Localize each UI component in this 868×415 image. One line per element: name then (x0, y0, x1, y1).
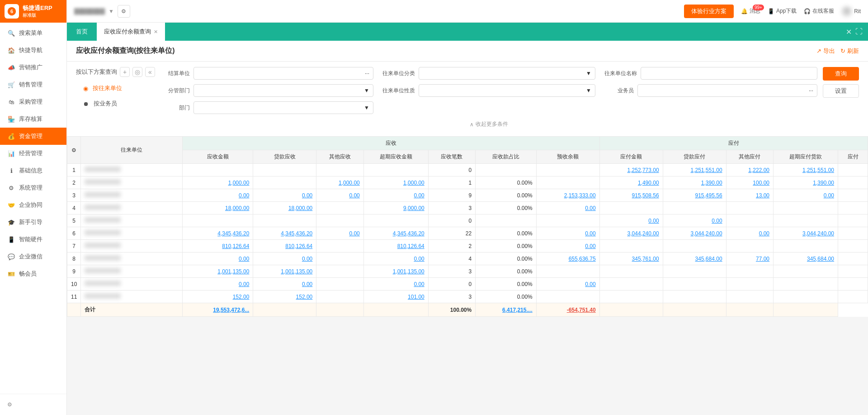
tab-home[interactable]: 首页 (67, 23, 97, 41)
summary-advance[interactable]: 6,417,215.... (476, 303, 537, 317)
salesperson-input[interactable]: ··· (637, 84, 817, 97)
export-icon: ↗ (816, 48, 821, 54)
tab-close-btn[interactable]: ✕ (154, 29, 158, 35)
topbar-actions: 体验行业方案 🔔 消息 99+ 📱 App下载 🎧 在线客服 U Rit (684, 5, 861, 18)
th-overdue-receivable: 超期应收金额 (363, 150, 428, 164)
page-title: 应收应付余额查询(按往来单位) (76, 46, 175, 56)
query-options-panel: 按以下方案查询 + ◎ « ◉ 按往来单位 ⏺ 按业务员 (76, 67, 155, 111)
sidebar-item-hardware[interactable]: 📱 智能硬件 (0, 231, 66, 248)
partner-name-input[interactable] (641, 67, 817, 80)
export-btn[interactable]: ↗ 导出 (816, 47, 835, 55)
th-payable-tail: 应付 (838, 150, 868, 164)
filter-fields: 结算单位 ··· 往来单位分类 ▼ (160, 67, 817, 131)
settings-btn[interactable]: 设置 (823, 84, 859, 98)
phone-icon: 📱 (768, 8, 774, 14)
th-advance-balance: 预收余额 (536, 150, 599, 164)
th-other-payable: 其他应付 (726, 150, 773, 164)
sidebar-item-nav[interactable]: 🏠 快捷导航 (0, 42, 66, 59)
filter-partner-category: 往来单位分类 ▼ (382, 67, 595, 80)
page-header: 应收应付余额查询(按往来单位) ↗ 导出 ↻ 刷新 (67, 41, 868, 62)
warehouse-icon: 🏪 (7, 115, 15, 123)
filter-collapse-btn[interactable]: ∧ 收起更多条件 (160, 118, 817, 131)
table-wrapper: ⚙ 往来单位 应收 应付 应收金额 贷款应收 其他应收 超期应收金额 (67, 136, 868, 317)
query-btn[interactable]: 查询 (823, 67, 859, 81)
online-service-btn[interactable]: 🎧 在线客服 (804, 7, 834, 15)
filter-partner-name: 往来单位名称 (604, 67, 817, 80)
table-settings-col[interactable]: ⚙ (67, 137, 81, 164)
bag-icon: 🛍 (7, 98, 15, 106)
filter-collapse-left-btn[interactable]: « (145, 67, 155, 77)
summary-row: 合计 19,553,472,6... 100.00% 6,417,215....… (67, 303, 868, 317)
settlement-unit-input[interactable]: ··· (193, 67, 373, 80)
table-row: 80.000.000.0040.00%655,636.75345,761.003… (67, 253, 868, 265)
guide-icon: 🎓 (7, 218, 15, 226)
sidebar-item-operations[interactable]: 📊 经营管理 (0, 145, 66, 162)
money-icon: 💰 (7, 132, 15, 140)
sidebar-item-search[interactable]: 🔍 搜索菜单 (0, 24, 66, 42)
partner-category-input[interactable]: ▼ (419, 67, 595, 80)
tab-bar-right: ✕ ⛶ (846, 28, 868, 36)
table-row: 21,000.001,000.001,000.0010.00%1,490.001… (67, 176, 868, 189)
filter-salesperson: 业务员 ··· (604, 84, 817, 97)
data-table: ⚙ 往来单位 应收 应付 应收金额 贷款应收 其他应收 超期应收金额 (67, 136, 868, 317)
app-download-btn[interactable]: 📱 App下载 (768, 7, 797, 15)
topbar-gear-btn[interactable]: ⚙ (118, 5, 130, 18)
sidebar-item-collab[interactable]: 🤝 企业协同 (0, 196, 66, 214)
table-row: 100.000.000.0000.00%0.00 (67, 278, 868, 291)
filter-section: 按以下方案查询 + ◎ « ◉ 按往来单位 ⏺ 按业务员 (67, 62, 868, 136)
breadcrumb: ████████ ▼ ⚙ (74, 5, 684, 18)
sidebar-item-member[interactable]: 🎫 畅会员 (0, 265, 66, 282)
tab-close-window-btn[interactable]: ✕ (846, 28, 852, 36)
search-icon: 🔍 (7, 29, 15, 37)
sidebar-item-sales[interactable]: 🛒 销售管理 (0, 76, 66, 93)
trial-btn[interactable]: 体验行业方案 (684, 5, 734, 18)
th-receivable-group: 应收 (183, 137, 599, 150)
filter-section-dept: 部门 ▼ (160, 101, 373, 114)
main-area: ████████ ▼ ⚙ 体验行业方案 🔔 消息 99+ 📱 App下载 🎧 在… (67, 0, 868, 415)
th-receivable-count: 应收笔数 (428, 150, 475, 164)
sidebar-settings-btn[interactable]: ⚙ (0, 398, 66, 411)
tab-maximize-btn[interactable]: ⛶ (855, 28, 863, 36)
table-row: 418,000.0018,000.009,000.0030.00%0.00 (67, 202, 868, 215)
dept-input[interactable]: ▼ (193, 84, 373, 97)
info-icon: ℹ (7, 167, 15, 175)
th-partner: 往来单位 (81, 137, 183, 164)
summary-payable[interactable]: -654,751.40 (536, 303, 599, 317)
refresh-btn[interactable]: ↻ 刷新 (840, 47, 859, 55)
user-menu[interactable]: U Rit (841, 6, 861, 17)
sidebar-item-purchase[interactable]: 🛍 采购管理 (0, 93, 66, 110)
topbar: ████████ ▼ ⚙ 体验行业方案 🔔 消息 99+ 📱 App下载 🎧 在… (67, 0, 868, 23)
sidebar-item-marketing[interactable]: 📣 营销推广 (0, 59, 66, 76)
summary-label: 合计 (81, 303, 183, 317)
table-row: 7810,126.64810,126.64810,126.6420.00%0.0… (67, 240, 868, 253)
sidebar-item-system[interactable]: ⚙ 系统管理 (0, 179, 66, 196)
query-option-by-unit[interactable]: ◉ 按往来单位 (76, 81, 155, 96)
person-icon: ⏺ (83, 100, 89, 107)
sidebar-bottom: ⚙ (0, 394, 66, 415)
filter-add-btn[interactable]: + (120, 67, 130, 77)
sidebar-item-finance[interactable]: 💰 资金管理 (0, 128, 66, 145)
tab-receivable[interactable]: 应收应付余额查询 ✕ (97, 23, 165, 41)
app-logo: 6 畅捷通ERP 标准版 (0, 0, 66, 23)
settings-bottom-icon: ⚙ (7, 401, 12, 408)
sidebar-item-inventory[interactable]: 🏪 库存核算 (0, 110, 66, 128)
system-icon: ⚙ (7, 184, 15, 192)
query-option-by-salesperson[interactable]: ⏺ 按业务员 (76, 96, 155, 111)
svg-text:6: 6 (10, 9, 13, 14)
notification-btn[interactable]: 🔔 消息 99+ (741, 7, 760, 15)
filter-circle-btn[interactable]: ◎ (132, 67, 142, 77)
chevron-up-icon: ∧ (470, 121, 474, 128)
table-row: 101,252,773.001,251,551.001,222.001,251,… (67, 164, 868, 176)
th-loan-payable: 贷款应付 (663, 150, 726, 164)
sidebar-item-basic-info[interactable]: ℹ 基础信息 (0, 162, 66, 179)
summary-receivable-amount[interactable]: 19,553,472,6... (183, 303, 253, 317)
member-icon: 🎫 (7, 270, 15, 278)
sidebar-item-wechat[interactable]: 💬 企业微信 (0, 248, 66, 265)
section-dept-input[interactable]: ▼ (193, 101, 373, 114)
th-payable-group: 应付 (599, 137, 868, 150)
partner-nature-input[interactable]: ▼ (419, 84, 595, 97)
th-receivable-amount: 应收金额 (183, 150, 253, 164)
th-payable-amount: 应付金额 (599, 150, 663, 164)
sidebar-item-guide[interactable]: 🎓 新手引导 (0, 214, 66, 231)
collab-icon: 🤝 (7, 201, 15, 209)
